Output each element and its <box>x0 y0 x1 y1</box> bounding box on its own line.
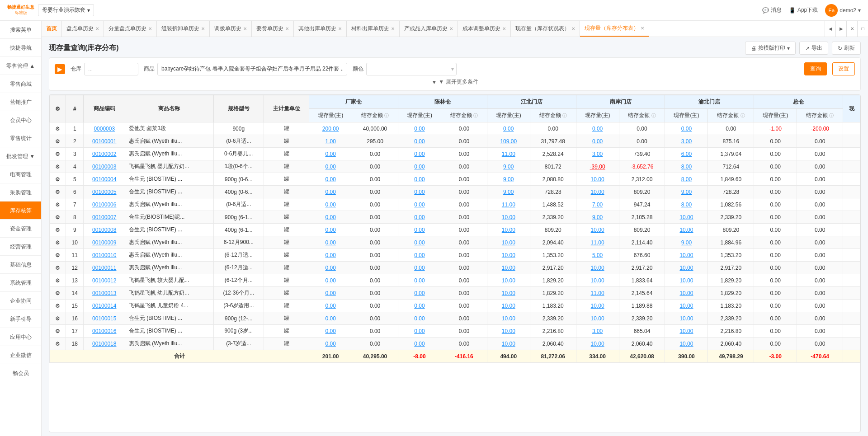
sidebar-item-member2[interactable]: 畅会员 <box>0 364 41 382</box>
summary-jiangbei-stock: 494.00 <box>487 350 530 363</box>
row-nanan-amount: 1,189.88 <box>619 300 665 312</box>
row-gear[interactable]: ⚙ <box>50 338 66 350</box>
company-selector[interactable]: 母婴行业演示陈套 ▾ <box>38 4 94 16</box>
tab-assembly-history[interactable]: 组装拆卸单历史 ✕ <box>157 21 210 37</box>
tab-partial-stocktake[interactable]: 分量盘点单历史 ✕ <box>104 21 157 37</box>
close-icon[interactable]: ✕ <box>285 26 289 31</box>
close-icon[interactable]: ✕ <box>641 26 644 31</box>
row-gear[interactable]: ⚙ <box>50 274 66 287</box>
row-gear[interactable]: ⚙ <box>50 300 66 312</box>
expand-more-btn[interactable]: ▼ ▼ 展开更多条件 <box>55 78 855 86</box>
row-gear[interactable]: ⚙ <box>50 236 66 249</box>
tab-other-outbound[interactable]: 其他出库单历史 ✕ <box>294 21 347 37</box>
sidebar-item-enterprise[interactable]: 企业协同 <box>0 292 41 310</box>
row-chenlin-stock: 0.00 <box>398 236 441 249</box>
row-nanan-stock: 0.00 <box>576 135 619 148</box>
tab-prev-btn[interactable]: ◀ <box>825 21 835 37</box>
sidebar-item-wechat[interactable]: 企业微信 <box>0 346 41 364</box>
sidebar-item-nav[interactable]: 快捷导航 <box>0 39 41 57</box>
sidebar-item-finance[interactable]: 资金管理 <box>0 220 41 238</box>
print-label: 按模版打印 <box>758 44 785 52</box>
close-icon[interactable]: ✕ <box>243 26 247 31</box>
sidebar-item-sys-mgmt[interactable]: 系统管理 <box>0 274 41 292</box>
close-icon[interactable]: ✕ <box>391 26 395 31</box>
row-total-amount: 0.00 <box>797 325 843 338</box>
row-spec: 6-12月900... <box>213 236 264 249</box>
tab-stock-status[interactable]: 现存量（库存状况表） ✕ <box>511 21 580 37</box>
sidebar-item-purchase[interactable]: 采购管理 <box>0 183 41 202</box>
tab-finished-inbound[interactable]: 产成品入库单历史 ✕ <box>400 21 458 37</box>
close-icon[interactable]: ✕ <box>338 26 342 31</box>
sidebar-item-member[interactable]: 会员中心 <box>0 111 41 129</box>
sidebar-item-retail-stats[interactable]: 零售统计 <box>0 129 41 147</box>
settings-btn[interactable]: 设置 <box>832 62 855 75</box>
color-input[interactable] <box>366 63 457 75</box>
row-gear[interactable]: ⚙ <box>50 211 66 224</box>
row-gear[interactable]: ⚙ <box>50 148 66 160</box>
tab-stocktake-history[interactable]: 盘点单历史 ✕ <box>62 21 104 37</box>
row-factory-amount: 0.00 <box>352 224 398 236</box>
tab-requisition-history[interactable]: 要货单历史 ✕ <box>252 21 294 37</box>
row-code: 00100012 <box>84 274 125 287</box>
tab-home[interactable]: 首页 <box>42 21 62 37</box>
tab-stock-distribution[interactable]: 现存量（库存分布表） ✕ <box>580 21 649 37</box>
row-total-amount: 0.00 <box>797 224 843 236</box>
row-name: 飞鹤星飞帆 儿童奶粉 4... <box>125 300 214 312</box>
row-gear[interactable]: ⚙ <box>50 160 66 173</box>
refresh-btn[interactable]: ↻ 刷新 <box>832 42 861 55</box>
sidebar-item-retail-mgmt[interactable]: 零售管理 ▲ <box>0 57 41 75</box>
sidebar-item-guide[interactable]: 新手引导 <box>0 310 41 328</box>
row-gear[interactable]: ⚙ <box>50 325 66 338</box>
print-btn[interactable]: 🖨 按模版打印 ▾ <box>745 42 796 55</box>
tab-cost-adjust[interactable]: 成本调整单历史 ✕ <box>458 21 511 37</box>
tab-more-btn[interactable]: □ <box>857 21 868 37</box>
row-gear[interactable]: ⚙ <box>50 249 66 262</box>
close-icon[interactable]: ✕ <box>201 26 205 31</box>
message-btn[interactable]: 💬 消息 <box>762 6 782 14</box>
sidebar-item-base-info[interactable]: 基础信息 <box>0 256 41 274</box>
row-gear[interactable]: ⚙ <box>50 122 66 135</box>
row-gear[interactable]: ⚙ <box>50 198 66 211</box>
user-menu[interactable]: Ea demo2 ▾ <box>825 4 861 17</box>
row-unit: 罐 <box>264 186 309 198</box>
product-input[interactable] <box>157 63 347 75</box>
filter-expand-btn[interactable]: ▶ <box>55 64 65 74</box>
tab-close-btn[interactable]: ✕ <box>846 21 857 37</box>
row-total-amount: 0.00 <box>797 186 843 198</box>
row-gear[interactable]: ⚙ <box>50 287 66 300</box>
tab-material-outbound[interactable]: 材料出库单历史 ✕ <box>347 21 400 37</box>
tab-transfer-history[interactable]: 调拨单历史 ✕ <box>210 21 252 37</box>
sidebar-item-inventory[interactable]: 库存核算 <box>0 202 41 220</box>
export-btn[interactable]: ↗ 导出 <box>799 42 828 55</box>
sidebar-item-marketing[interactable]: 营销推广 <box>0 93 41 111</box>
sidebar-item-search[interactable]: 搜索英单 <box>0 21 41 39</box>
tab-next-btn[interactable]: ▶ <box>835 21 846 37</box>
row-index: 2 <box>66 135 84 148</box>
sidebar-item-app-center[interactable]: 应用中心 <box>0 328 41 346</box>
row-gear[interactable]: ⚙ <box>50 135 66 148</box>
th-chenlin-warehouse: 陈林仓 <box>398 95 487 109</box>
summary-yubeimen-stock: 390.00 <box>665 350 708 363</box>
close-icon[interactable]: ✕ <box>148 26 152 31</box>
close-icon[interactable]: ✕ <box>449 26 453 31</box>
app-download-btn[interactable]: 📱 App下载 <box>789 6 818 14</box>
sidebar-item-ecommerce[interactable]: 电商管理 <box>0 165 41 183</box>
row-nanan-amount: 2,114.40 <box>619 236 665 249</box>
row-gear[interactable]: ⚙ <box>50 312 66 325</box>
row-gear[interactable]: ⚙ <box>50 224 66 236</box>
sidebar-item-retail-mall[interactable]: 零售商城 <box>0 75 41 93</box>
sidebar-item-operations[interactable]: 经营管理 <box>0 238 41 256</box>
table-scroll[interactable]: ⚙ # 商品编码 商品名称 规格型号 主计量单位 厂家仓 陈林仓 江北门店 南岸… <box>49 95 860 432</box>
sidebar-item-wholesale[interactable]: 批发管理 ▼ <box>0 147 41 165</box>
row-gear[interactable]: ⚙ <box>50 262 66 274</box>
warehouse-input[interactable] <box>84 63 138 75</box>
row-gear[interactable]: ⚙ <box>50 173 66 186</box>
th-yubeimen-store: 渝北门店 <box>665 95 754 109</box>
query-btn[interactable]: 查询 <box>804 62 827 75</box>
close-icon[interactable]: ✕ <box>502 26 506 31</box>
row-current <box>843 262 860 274</box>
close-icon[interactable]: ✕ <box>571 26 575 31</box>
close-icon[interactable]: ✕ <box>95 26 99 31</box>
chevron-down-icon: ▾ <box>787 45 790 52</box>
row-gear[interactable]: ⚙ <box>50 186 66 198</box>
